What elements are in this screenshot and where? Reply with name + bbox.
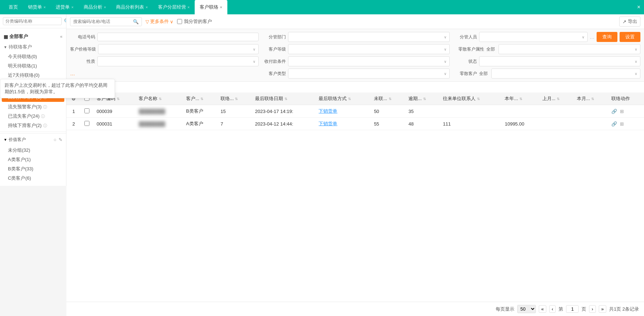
payment-select[interactable]: ∨ bbox=[288, 56, 449, 66]
tab-customer-contact[interactable]: 客户联络 × bbox=[195, 0, 227, 14]
sort-icon-contacts[interactable]: ⇅ bbox=[477, 97, 480, 101]
sort-icon-type[interactable]: ⇅ bbox=[200, 97, 203, 101]
row2-link-icon[interactable]: 🔗 bbox=[611, 121, 617, 127]
sidebar-item-tomorrow[interactable]: 明天待联络(1) bbox=[0, 61, 66, 71]
app-close-button[interactable]: × bbox=[637, 4, 640, 10]
sidebar-item-loss-warning[interactable]: 流失预警客户(3) ⓘ bbox=[0, 102, 66, 112]
row1-last-method[interactable]: 下销货单 bbox=[315, 105, 370, 118]
sort-icon-code[interactable]: ⇅ bbox=[117, 97, 120, 101]
row2-checkbox bbox=[81, 118, 93, 130]
more-dots-icon[interactable]: … bbox=[70, 71, 75, 76]
next-page-button[interactable]: › bbox=[589, 305, 596, 313]
sidebar-item-lost-customers[interactable]: 已流失客户(24) ⓘ bbox=[0, 112, 66, 121]
sidebar-item-declining[interactable]: 持续下滑客户(2) ⓘ bbox=[0, 121, 66, 130]
tab-product-analysis-list[interactable]: 商品分析列表 × bbox=[111, 0, 153, 14]
page-number-input[interactable] bbox=[566, 305, 579, 313]
row2-action-icons: 🔗 ⊞ bbox=[611, 121, 640, 127]
sidebar-parent-pending-contact[interactable]: ▼ 待联络客户 bbox=[0, 42, 66, 52]
customer-type-select[interactable]: ∨ bbox=[288, 69, 449, 79]
tab-customer-contact-close[interactable]: × bbox=[220, 5, 222, 9]
row1-last-month bbox=[539, 105, 573, 118]
row2-name: ████████ bbox=[135, 118, 182, 130]
row1-select[interactable] bbox=[84, 108, 89, 113]
row1-grid-icon[interactable]: ⊞ bbox=[620, 109, 624, 114]
col-last-month-header: 上月... ⇅ bbox=[539, 93, 573, 105]
row2-last-month bbox=[539, 118, 573, 130]
tab-sales-order-close[interactable]: × bbox=[43, 5, 46, 9]
price-grade-label: 客户价格等级 bbox=[70, 46, 96, 52]
sidebar-item-today[interactable]: 今天待联络(0) bbox=[0, 52, 66, 61]
per-page-select[interactable]: 50 100 200 bbox=[517, 305, 536, 313]
row1-num: 1 bbox=[66, 105, 81, 118]
last-page-button[interactable]: » bbox=[599, 305, 606, 313]
sort-icon-last-date[interactable]: ⇅ bbox=[284, 97, 287, 101]
my-customers-check[interactable] bbox=[177, 19, 182, 24]
collapse-icon[interactable]: « bbox=[60, 34, 62, 39]
filter-icon: ▽ bbox=[145, 19, 149, 24]
customer-grade-select[interactable]: ∨ bbox=[288, 44, 449, 54]
dept-select[interactable]: ∨ bbox=[288, 32, 449, 42]
scroll-area[interactable]: ⚙ 客户编码 ⇅ 客户名称 ⇅ bbox=[66, 93, 644, 130]
price-grade-select[interactable]: ∨ bbox=[98, 44, 259, 54]
tab-product-analysis[interactable]: 商品分析 × bbox=[79, 0, 111, 14]
retail-attr-select[interactable]: ∨ bbox=[499, 44, 640, 54]
sort-icon-this-year[interactable]: ⇅ bbox=[519, 97, 522, 101]
more-conditions-btn[interactable]: ▽ 更多条件 ∨ bbox=[145, 18, 173, 25]
filter-row-2: 分管部门 ∨ bbox=[261, 32, 449, 42]
edit-icon[interactable]: ✎ bbox=[59, 137, 62, 142]
total-records: 共1页 2条记录 bbox=[609, 306, 639, 312]
search-icon[interactable]: 🔍 bbox=[133, 19, 139, 24]
tab-product-analysis-list-close[interactable]: × bbox=[145, 5, 148, 9]
sort-icon-this-month[interactable]: ⇅ bbox=[591, 97, 594, 101]
tab-purchase-order[interactable]: 进货单 × bbox=[51, 0, 78, 14]
query-button[interactable]: 查询 bbox=[597, 32, 617, 42]
filter-row-12: 零散客户 全部 ∨ bbox=[452, 69, 640, 79]
status-label: 状态 bbox=[452, 58, 477, 65]
caret-icon-6: ∨ bbox=[253, 60, 255, 63]
settings-button[interactable]: 设置 bbox=[620, 32, 640, 42]
sidebar-item-all-customers[interactable]: ▦ 全部客户 « bbox=[0, 31, 66, 42]
person-select[interactable]: ∨ bbox=[479, 32, 588, 42]
status-select[interactable]: ∨ bbox=[479, 56, 640, 66]
export-button[interactable]: ↗ 导出 bbox=[619, 16, 640, 27]
sort-icon-contact-count[interactable]: ⇅ bbox=[235, 97, 238, 101]
filter-row-8: 收付款条件 ∨ bbox=[261, 56, 449, 66]
my-customers-checkbox[interactable]: 我分管的客户 bbox=[177, 18, 212, 25]
sort-icon-name[interactable]: ⇅ bbox=[159, 97, 162, 101]
row2-grid-icon[interactable]: ⊞ bbox=[620, 121, 624, 127]
col-unlisted-header: 未联... ⇅ bbox=[370, 93, 405, 105]
sidebar-item-class-b[interactable]: B类客户(33) bbox=[0, 164, 66, 174]
phone-input[interactable] bbox=[97, 33, 259, 41]
page-label: 第 bbox=[559, 306, 563, 312]
prev-page-button[interactable]: ‹ bbox=[549, 305, 556, 313]
tab-purchase-order-close[interactable]: × bbox=[71, 5, 73, 9]
sidebar-search-icon[interactable]: 🔍 bbox=[64, 18, 66, 24]
payment-label: 收付款条件 bbox=[261, 58, 286, 65]
row2-last-method[interactable]: 下销货单 bbox=[315, 118, 370, 130]
sort-icon-overdue[interactable]: ⇅ bbox=[423, 97, 426, 101]
sidebar-item-unclassified[interactable]: 未分组(32) bbox=[0, 146, 66, 155]
grid-icon: ▦ bbox=[4, 34, 8, 39]
sort-icon-last-month[interactable]: ⇅ bbox=[557, 97, 560, 101]
row2-select[interactable] bbox=[84, 121, 89, 126]
tab-product-analysis-close[interactable]: × bbox=[104, 5, 106, 9]
tab-home[interactable]: 首页 bbox=[4, 0, 23, 14]
sidebar-item-class-a[interactable]: A类客户(1) bbox=[0, 155, 66, 164]
retail-attr-label: 零散客户属性 bbox=[452, 46, 484, 52]
retail-customer-select[interactable]: ∨ bbox=[491, 69, 640, 79]
sort-icon-unlisted[interactable]: ⇅ bbox=[389, 97, 392, 101]
sort-icon-last-method[interactable]: ⇅ bbox=[348, 97, 351, 101]
first-page-button[interactable]: « bbox=[539, 305, 546, 313]
nature-select[interactable]: ∨ bbox=[97, 56, 259, 66]
row1-link-icon[interactable]: 🔗 bbox=[611, 109, 617, 114]
col-last-date-header: 最后联络日期 ⇅ bbox=[251, 93, 315, 105]
sidebar-item-class-c[interactable]: C类客户(6) bbox=[0, 174, 66, 183]
sidebar-search-input[interactable] bbox=[3, 17, 62, 25]
person-more-icon[interactable]: … bbox=[590, 34, 594, 40]
tab-customer-tier-close[interactable]: × bbox=[187, 5, 190, 9]
dept-label: 分管部门 bbox=[261, 34, 286, 40]
circle-icon[interactable]: ○ bbox=[54, 137, 56, 142]
search-input[interactable] bbox=[73, 19, 131, 24]
tab-customer-tier[interactable]: 客户分层经营 × bbox=[153, 0, 195, 14]
tab-sales-order[interactable]: 销货单 × bbox=[23, 0, 51, 14]
